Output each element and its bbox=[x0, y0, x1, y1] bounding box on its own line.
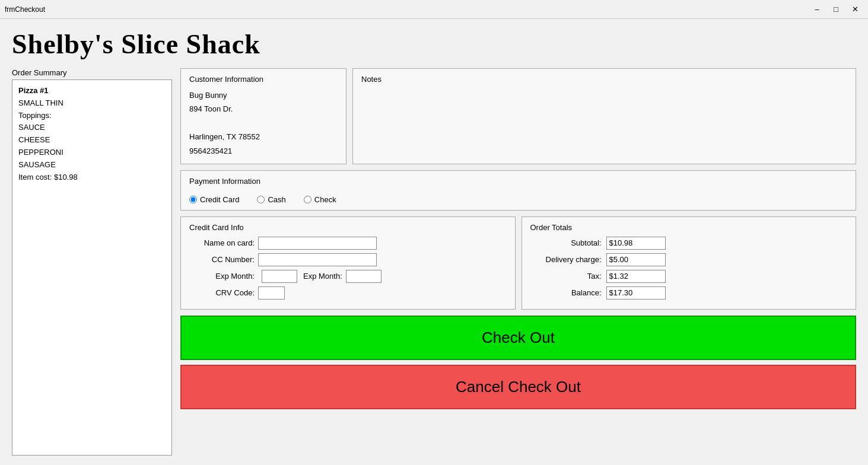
delivery-row: Delivery charge: $5.00 bbox=[530, 253, 848, 266]
order-item-1: SMALL THIN bbox=[18, 97, 166, 110]
notes-section-title: Notes bbox=[361, 75, 847, 84]
titlebar-controls: – □ ✕ bbox=[809, 4, 863, 15]
details-row: Credit Card Info Name on card: CC Number… bbox=[180, 216, 856, 310]
subtotal-value: $10.98 bbox=[606, 237, 666, 250]
crv-row: CRV Code: bbox=[189, 286, 507, 300]
cc-number-row: CC Number: bbox=[189, 253, 507, 266]
right-panel: Customer Information Bug Bunny 894 Toon … bbox=[180, 68, 856, 456]
order-item-3: SAUCE bbox=[18, 122, 166, 134]
window-title: frmCheckout bbox=[5, 5, 809, 14]
exp-month2-label: Exp Month: bbox=[303, 272, 342, 281]
buttons-section: Check Out Cancel Check Out bbox=[180, 316, 856, 409]
maximize-button[interactable]: □ bbox=[828, 4, 844, 15]
customer-info: Bug Bunny 894 Toon Dr. Harlingen, TX 785… bbox=[189, 88, 338, 158]
exp-month-label: Exp Month: bbox=[189, 272, 255, 281]
crv-label: CRV Code: bbox=[189, 288, 255, 297]
order-item-7: Item cost: $10.98 bbox=[18, 171, 166, 184]
main-layout: Order Summary Pizza #1 SMALL THIN Toppin… bbox=[12, 68, 856, 456]
totals-section: Order Totals Subtotal: $10.98 Delivery c… bbox=[522, 216, 857, 310]
radio-cash-label: Cash bbox=[268, 195, 285, 204]
subtotal-row: Subtotal: $10.98 bbox=[530, 237, 848, 250]
tax-label: Tax: bbox=[530, 272, 602, 281]
customer-name: Bug Bunny bbox=[189, 88, 338, 102]
content-area: Shelby's Slice Shack Order Summary Pizza… bbox=[0, 19, 868, 465]
customer-phone: 9564235421 bbox=[189, 144, 338, 158]
main-window: frmCheckout – □ ✕ Shelby's Slice Shack O… bbox=[0, 0, 868, 465]
cc-section-title: Credit Card Info bbox=[189, 223, 507, 232]
order-summary-box: Pizza #1 SMALL THIN Toppings: SAUCE CHEE… bbox=[12, 79, 172, 456]
notes-section: Notes bbox=[352, 68, 856, 164]
customer-address1: 894 Toon Dr. bbox=[189, 102, 338, 116]
radio-credit-card-label: Credit Card bbox=[200, 195, 239, 204]
top-row: Customer Information Bug Bunny 894 Toon … bbox=[180, 68, 856, 164]
radio-check-label: Check bbox=[314, 195, 336, 204]
minimize-button[interactable]: – bbox=[809, 4, 825, 15]
cancel-button[interactable]: Cancel Check Out bbox=[180, 365, 856, 409]
order-item-2: Toppings: bbox=[18, 110, 166, 122]
customer-section: Customer Information Bug Bunny 894 Toon … bbox=[180, 68, 346, 164]
order-item-5: PEPPERONI bbox=[18, 146, 166, 159]
customer-address2 bbox=[189, 116, 338, 130]
payment-section: Payment Information Credit Card Cash bbox=[180, 170, 856, 211]
radio-cash[interactable]: Cash bbox=[257, 195, 285, 204]
delivery-value: $5.00 bbox=[606, 253, 666, 266]
balance-row: Balance: $17.30 bbox=[530, 286, 848, 300]
customer-city-state: Harlingen, TX 78552 bbox=[189, 130, 338, 144]
titlebar: frmCheckout – □ ✕ bbox=[0, 0, 868, 19]
cc-number-label: CC Number: bbox=[189, 255, 255, 264]
balance-label: Balance: bbox=[530, 288, 602, 297]
close-button[interactable]: ✕ bbox=[847, 4, 863, 15]
exp-row: Exp Month: Exp Month: bbox=[189, 270, 507, 283]
delivery-label: Delivery charge: bbox=[530, 255, 602, 264]
payment-section-title: Payment Information bbox=[189, 177, 847, 186]
tax-row: Tax: $1.32 bbox=[530, 270, 848, 283]
name-on-card-label: Name on card: bbox=[189, 238, 255, 247]
app-title: Shelby's Slice Shack bbox=[12, 28, 856, 60]
order-item-0: Pizza #1 bbox=[18, 85, 166, 97]
radio-credit-card[interactable]: Credit Card bbox=[189, 195, 239, 204]
order-summary-label: Order Summary bbox=[12, 68, 172, 77]
totals-section-title: Order Totals bbox=[530, 223, 848, 232]
customer-section-title: Customer Information bbox=[189, 75, 338, 84]
order-item-6: SAUSAGE bbox=[18, 159, 166, 171]
crv-input[interactable] bbox=[258, 286, 285, 300]
tax-value: $1.32 bbox=[606, 270, 666, 283]
balance-value: $17.30 bbox=[606, 286, 666, 300]
checkout-button[interactable]: Check Out bbox=[180, 316, 856, 360]
name-on-card-row: Name on card: bbox=[189, 237, 507, 250]
radio-check[interactable]: Check bbox=[304, 195, 336, 204]
order-item-4: CHEESE bbox=[18, 134, 166, 146]
cc-number-input[interactable] bbox=[258, 253, 377, 266]
left-panel: Order Summary Pizza #1 SMALL THIN Toppin… bbox=[12, 68, 172, 456]
exp-month2-input[interactable] bbox=[346, 270, 381, 283]
cc-section: Credit Card Info Name on card: CC Number… bbox=[180, 216, 516, 310]
subtotal-label: Subtotal: bbox=[530, 238, 602, 247]
exp-month-input[interactable] bbox=[262, 270, 297, 283]
notes-textarea[interactable] bbox=[361, 88, 847, 142]
payment-options: Credit Card Cash Check bbox=[189, 195, 847, 204]
name-on-card-input[interactable] bbox=[258, 237, 377, 250]
